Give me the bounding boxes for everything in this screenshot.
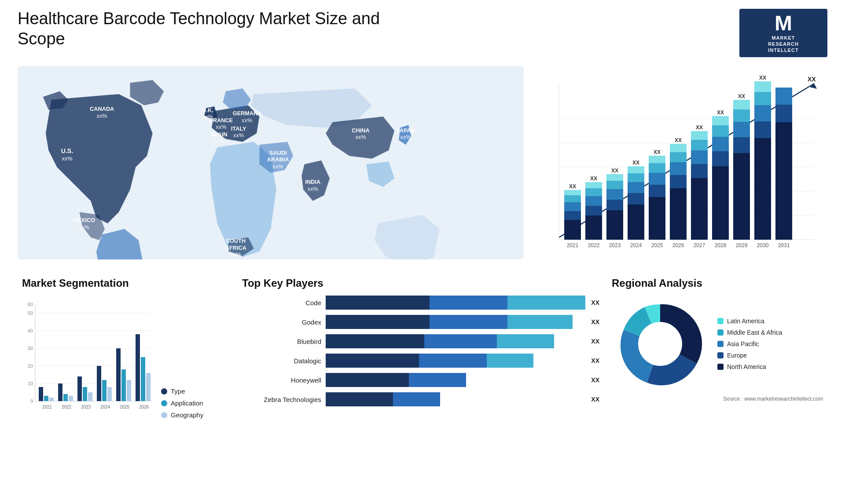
market-segmentation: Market Segmentation 0 10 20 30 40 50 60 [18, 273, 229, 431]
svg-rect-71 [649, 197, 665, 240]
logo: M MARKETRESEARCHINTELLECT [739, 9, 827, 57]
latin-america-label: Latin America [727, 318, 764, 325]
page-title: Healthcare Barcode Technology Market Siz… [18, 9, 414, 49]
bar-seg3 [507, 315, 573, 329]
svg-rect-131 [39, 387, 43, 401]
svg-rect-133 [49, 398, 54, 401]
svg-rect-149 [127, 380, 131, 401]
svg-text:xx%: xx% [62, 155, 72, 162]
europe-label: Europe [727, 352, 747, 359]
svg-rect-82 [670, 144, 687, 152]
svg-rect-81 [670, 152, 687, 162]
svg-point-155 [638, 322, 682, 366]
player-bar: XX [326, 296, 585, 310]
segmentation-svg: 0 10 20 30 40 50 60 2021 2022 [22, 296, 154, 419]
svg-rect-100 [733, 137, 750, 153]
svg-rect-151 [136, 334, 140, 401]
svg-rect-140 [83, 387, 87, 401]
bar-seg2 [430, 315, 507, 329]
svg-text:CHINA: CHINA [352, 127, 369, 134]
svg-text:xx%: xx% [216, 124, 226, 130]
svg-rect-132 [44, 396, 48, 401]
bar-seg1 [326, 334, 424, 348]
bar-chart-svg: XX XX 2021 XX [546, 75, 819, 259]
svg-text:CANADA: CANADA [90, 106, 114, 112]
bar-seg1 [326, 354, 419, 368]
bar-seg1 [326, 392, 393, 406]
svg-text:xx%: xx% [273, 163, 283, 170]
apac-label: Asia Pacific [727, 340, 759, 347]
bar-seg1 [326, 315, 430, 329]
svg-text:SOUTH: SOUTH [226, 237, 246, 244]
svg-rect-78 [670, 188, 687, 240]
svg-rect-68 [628, 166, 644, 173]
svg-rect-51 [585, 206, 602, 215]
player-value: XX [591, 338, 599, 345]
svg-rect-93 [712, 151, 729, 166]
svg-text:0: 0 [30, 398, 33, 404]
svg-rect-147 [116, 348, 121, 401]
bar-seg3 [507, 296, 585, 310]
svg-text:XX: XX [590, 175, 597, 182]
svg-text:2028: 2028 [715, 242, 727, 248]
list-item: Godex XX [251, 315, 585, 329]
regional-title: Regional Analysis [612, 277, 823, 289]
svg-text:2021: 2021 [42, 405, 52, 409]
svg-rect-88 [691, 140, 708, 150]
svg-rect-153 [146, 373, 151, 401]
header: Healthcare Barcode Technology Market Siz… [18, 9, 827, 57]
svg-rect-50 [585, 215, 602, 240]
legend-application: Application [161, 399, 203, 407]
svg-rect-61 [606, 174, 623, 181]
svg-text:2025: 2025 [120, 405, 130, 409]
source-text: Source : www.marketresearchintellect.com [612, 396, 823, 402]
bar-seg2 [430, 296, 507, 310]
legend-geography-label: Geography [171, 411, 203, 419]
legend-europe: Europe [717, 352, 782, 359]
svg-text:xx%: xx% [308, 186, 318, 192]
bar-seg2 [393, 392, 440, 406]
svg-text:2022: 2022 [62, 405, 72, 409]
svg-text:2031: 2031 [778, 242, 790, 248]
svg-text:XX: XX [675, 137, 682, 143]
player-name: Code [251, 299, 321, 307]
svg-rect-139 [77, 376, 82, 401]
svg-rect-65 [628, 193, 644, 205]
svg-text:2027: 2027 [694, 242, 705, 248]
player-name: Godex [251, 318, 321, 326]
svg-rect-135 [58, 383, 62, 401]
svg-text:AFRICA: AFRICA [225, 245, 246, 251]
svg-rect-59 [606, 189, 623, 200]
list-item: Datalogic XX [251, 354, 585, 368]
svg-text:xx%: xx% [97, 113, 107, 119]
players-title: Top Key Players [242, 277, 594, 289]
svg-text:XX: XX [759, 75, 766, 81]
bar-seg2 [409, 373, 466, 387]
segmentation-title: Market Segmentation [22, 277, 224, 289]
svg-text:JAPAN: JAPAN [397, 127, 415, 134]
svg-rect-137 [69, 396, 73, 401]
player-value: XX [591, 376, 599, 383]
svg-text:XX: XX [632, 160, 639, 166]
player-name: Bluebird [251, 338, 321, 345]
svg-text:SAUDI: SAUDI [269, 150, 287, 156]
svg-text:INDIA: INDIA [305, 179, 320, 185]
svg-rect-85 [691, 178, 708, 240]
svg-rect-43 [564, 220, 581, 240]
svg-text:2023: 2023 [609, 242, 621, 248]
svg-rect-103 [733, 100, 750, 110]
svg-text:MEXICO: MEXICO [73, 217, 95, 223]
svg-rect-115 [775, 88, 792, 105]
svg-rect-60 [606, 181, 623, 189]
legend-latin-america: Latin America [717, 318, 782, 325]
segmentation-legend: Type Application Geography [161, 387, 203, 419]
svg-rect-145 [107, 387, 112, 401]
svg-rect-75 [649, 156, 665, 163]
bar-seg2 [419, 354, 486, 368]
svg-rect-67 [628, 173, 644, 182]
svg-text:2026: 2026 [672, 242, 684, 248]
svg-rect-109 [754, 92, 771, 105]
svg-text:XX: XX [717, 110, 724, 116]
legend-geography: Geography [161, 411, 203, 419]
europe-dot [717, 352, 724, 358]
